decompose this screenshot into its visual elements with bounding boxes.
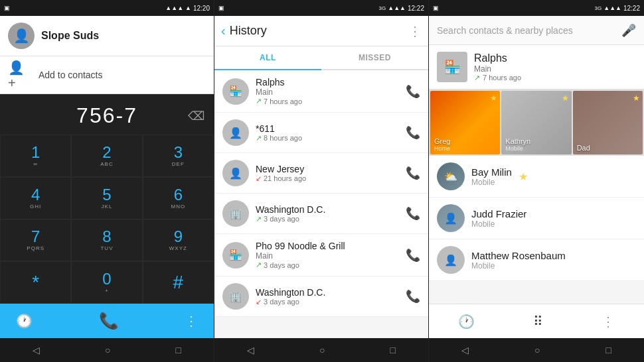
recent-nav-1[interactable]: □	[176, 345, 181, 355]
dial-main-3: 3	[174, 145, 183, 160]
featured-time: ↗ 7 hours ago	[474, 74, 521, 82]
dialer-bottom-bar: 🕐 📞 ⋮	[0, 304, 214, 338]
more-icon[interactable]: ⋮	[185, 313, 198, 329]
dial-sub-0: +	[105, 288, 109, 294]
home-nav-1[interactable]: ○	[105, 345, 110, 355]
dial-key-hash[interactable]: #	[143, 261, 214, 304]
more-menu-history[interactable]: ⋮	[408, 23, 422, 39]
contact-header: 👤 Slope Suds	[0, 16, 214, 56]
quick-name-greg: Greg	[434, 137, 450, 145]
sim-icon-2: ▣	[218, 5, 224, 11]
dial-sub-5: JKL	[102, 204, 113, 210]
contact-item-matt[interactable]: 👤 Matthew Rosenbaum Mobile	[429, 239, 644, 281]
dial-main-4: 4	[31, 187, 40, 203]
dial-main-hash: #	[173, 273, 184, 292]
featured-contact[interactable]: 🏪 Ralphs Main ↗ 7 hours ago	[429, 45, 644, 90]
back-nav-3[interactable]: ◁	[461, 345, 469, 355]
hist-avatar-washington1: 🏢	[222, 200, 249, 227]
status-time-3: 12:22	[623, 5, 640, 12]
recent-nav-3[interactable]: □	[605, 345, 611, 355]
call-phone-icon-611[interactable]: 📞	[406, 125, 420, 140]
dial-key-5[interactable]: 5 JKL	[71, 177, 142, 219]
call-phone-icon-washington1[interactable]: 📞	[406, 206, 420, 221]
avatar: 👤	[8, 23, 35, 49]
dial-keypad: 1 ∞ 2 ABC 3 DEF 4 GHI 5 JKL 6 MNO 7 PQRS…	[0, 135, 214, 304]
history-header: ‹ History ⋮	[214, 16, 428, 46]
history-item-ralphs[interactable]: 🏪 Ralphs Main ↗ 7 hours ago 📞	[214, 70, 428, 113]
call-phone-icon-ralphs[interactable]: 📞	[406, 84, 420, 99]
hist-avatar-washington2: 🏢	[222, 283, 249, 310]
quick-label-kathryn: Mobile	[505, 145, 530, 152]
hist-time-newjersey: ↙ 21 hours ago	[256, 174, 399, 183]
hist-sub-pho99: Main	[256, 251, 399, 261]
quick-contact-dad[interactable]: Dad ★	[573, 91, 643, 154]
hist-name-ralphs: Ralphs	[256, 77, 399, 88]
tab-missed[interactable]: MISSED	[321, 46, 428, 69]
call-button[interactable]: 📞	[94, 306, 123, 335]
back-button-history[interactable]: ‹	[221, 23, 226, 38]
dial-key-7[interactable]: 7 PQRS	[0, 219, 71, 262]
contact-item-bay[interactable]: ⛅ Bay Milin Mobile ★	[429, 156, 644, 198]
hist-sub-ralphs: Main	[256, 88, 399, 97]
search-placeholder: Search contacts & nearby places	[437, 25, 616, 36]
cont-sub-matt: Mobile	[471, 261, 566, 271]
sim-icon: ▣	[4, 5, 10, 11]
dial-key-6[interactable]: 6 MNO	[143, 177, 214, 219]
add-to-contacts[interactable]: 👤+ Add to contacts	[0, 56, 214, 94]
backspace-button[interactable]: ⌫	[188, 109, 204, 123]
contacts-tab-icon[interactable]: ⠿	[533, 314, 543, 330]
dial-key-4[interactable]: 4 GHI	[0, 177, 71, 219]
recent-nav-2[interactable]: □	[390, 345, 396, 355]
history-item-washington1[interactable]: 🏢 Washington D.C. ↗ 3 days ago 📞	[214, 194, 428, 234]
back-nav-2[interactable]: ◁	[247, 345, 254, 355]
contact-last-name: Suds	[70, 30, 100, 41]
hist-time-text-ralphs: 7 hours ago	[264, 97, 302, 105]
contact-item-judd[interactable]: 👤 Judd Frazier Mobile	[429, 198, 644, 239]
history-item-611[interactable]: 👤 *611 ↗ 8 hours ago 📞	[214, 113, 428, 153]
history-item-newjersey[interactable]: 👤 New Jersey ↙ 21 hours ago 📞	[214, 153, 428, 194]
quick-contact-kathryn[interactable]: Kathryn Mobile ★	[501, 91, 571, 154]
history-tab-icon[interactable]: 🕐	[458, 314, 475, 330]
dial-main-2: 2	[102, 145, 111, 160]
signal-icon: ▲▲▲	[165, 5, 183, 11]
star-icon-greg: ★	[490, 93, 497, 103]
missed-arrow-icon-newjersey: ↙	[256, 174, 262, 183]
history-icon[interactable]: 🕐	[16, 313, 33, 329]
tab-all[interactable]: ALL	[214, 46, 321, 70]
dial-key-2[interactable]: 2 ABC	[71, 135, 142, 177]
hist-info-ralphs: Ralphs Main ↗ 7 hours ago	[256, 77, 399, 105]
nav-bar-3: ◁ ○ □	[429, 338, 644, 362]
dial-sub-6: MNO	[171, 204, 185, 210]
hist-name-pho99: Pho 99 Noodle & Grill	[256, 241, 399, 251]
quick-name-dad: Dad	[577, 144, 590, 152]
dialer-display: 756-7 ⌫	[0, 94, 214, 135]
dial-key-0[interactable]: 0 +	[71, 261, 142, 304]
hist-time-text-newjersey: 21 hours ago	[264, 174, 306, 182]
back-nav-1[interactable]: ◁	[33, 345, 40, 355]
history-panel: ▣ 3G ▲▲▲ 12:22 ‹ History ⋮ ALL MISSED 🏪 …	[214, 0, 429, 362]
status-time-2: 12:22	[408, 5, 424, 12]
star-icon-dad: ★	[633, 93, 640, 103]
contacts-search-bar: Search contacts & nearby places 🎤	[429, 16, 644, 45]
home-nav-2[interactable]: ○	[319, 345, 325, 355]
dial-key-8[interactable]: 8 TUV	[71, 219, 142, 262]
dial-key-3[interactable]: 3 DEF	[143, 135, 214, 177]
status-bar-3: ▣ 3G ▲▲▲ 12:22	[429, 0, 644, 16]
mic-icon[interactable]: 🎤	[621, 23, 636, 38]
dial-key-9[interactable]: 9 WXYZ	[143, 219, 214, 262]
call-phone-icon-washington2[interactable]: 📞	[406, 289, 420, 304]
history-tabs: ALL MISSED	[214, 46, 428, 70]
dial-key-1[interactable]: 1 ∞	[0, 135, 71, 177]
history-item-pho99[interactable]: 🏪 Pho 99 Noodle & Grill Main ↗ 3 days ag…	[214, 234, 428, 276]
history-list: 🏪 Ralphs Main ↗ 7 hours ago 📞 👤 *611 ↗	[214, 70, 428, 338]
hist-time-washington1: ↗ 3 days ago	[256, 215, 399, 223]
more-contacts-icon[interactable]: ⋮	[602, 314, 615, 330]
quick-contacts-row: Greg Home ★ Kathryn Mobile ★ Dad	[429, 90, 644, 156]
dial-key-star[interactable]: *	[0, 261, 71, 304]
call-phone-icon-newjersey[interactable]: 📞	[406, 166, 420, 180]
call-phone-icon-pho99[interactable]: 📞	[406, 248, 420, 263]
star-icon-bay: ★	[519, 170, 528, 183]
quick-contact-greg[interactable]: Greg Home ★	[430, 91, 500, 154]
history-item-washington2[interactable]: 🏢 Washington D.C. ↙ 3 days ago 📞	[214, 276, 428, 317]
home-nav-3[interactable]: ○	[534, 345, 540, 355]
